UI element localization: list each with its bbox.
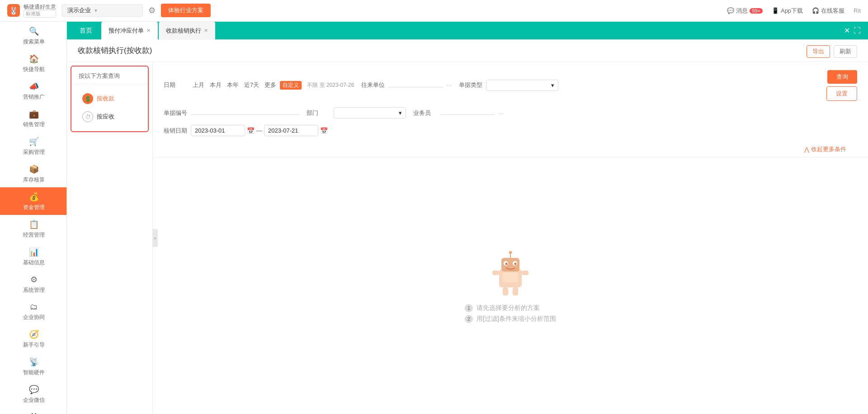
tab-writeoff[interactable]: 收款核销执行 ✕ — [159, 22, 215, 40]
sidebar-item-basic-info[interactable]: 📊 基础信息 — [0, 243, 66, 270]
message-icon: 💬 — [727, 7, 734, 14]
solution-button[interactable]: 体验行业方案 — [161, 4, 211, 17]
dropdown-chevron: ▾ — [551, 82, 554, 89]
writeoff-date-group: 核销日期 2023-03-01 📅 — 2023-07-21 📅 — [164, 125, 328, 136]
top-bar: 🐰 畅捷通好生意 标准版 演示企业 ▼ ⚙ 体验行业方案 💬 消息 99+ 📱 … — [0, 0, 868, 22]
sidebar-item-operations[interactable]: 📋 经营管理 — [0, 215, 66, 243]
this-month-btn[interactable]: 本月 — [208, 81, 223, 89]
collapse-conditions-btn[interactable]: ⋀ 收起更多条件 — [164, 143, 857, 157]
export-button[interactable]: 导出 — [807, 45, 830, 58]
online-service-item[interactable]: 🎧 在线客服 — [812, 7, 844, 15]
collapse-filter-panel-btn[interactable]: » — [152, 229, 158, 247]
filter-option-by-receipt[interactable]: 💲 按收款 — [71, 90, 148, 108]
hint-2-text: 用[过滤]条件来缩小分析范围 — [476, 315, 556, 323]
tab-bar: 首页 预付冲应付单 ✕ 收款核销执行 ✕ ✕ ⛶ — [67, 22, 868, 40]
doc-type-select[interactable]: ▾ — [486, 80, 558, 91]
sidebar-label-wechat: 企业微信 — [23, 396, 45, 404]
basic-info-icon: 📊 — [29, 247, 39, 257]
hint-1-text: 请先选择要分析的方案 — [476, 304, 540, 312]
sidebar-label-operations: 经营管理 — [23, 231, 45, 239]
writeoff-end-calendar-icon[interactable]: 📅 — [320, 127, 328, 134]
refresh-button[interactable]: 刷新 — [834, 45, 857, 58]
page-header: 收款核销执行(按收款) 导出 刷新 — [67, 40, 868, 62]
hint-1-number: 1 — [465, 304, 473, 312]
sidebar-item-marketing[interactable]: 📣 营销推广 — [0, 77, 66, 105]
counterparty-group: 往来单位 ··· — [361, 81, 452, 89]
tab-controls: ✕ ⛶ — [844, 26, 864, 35]
sidebar-item-vip[interactable]: V 畅会员 — [0, 408, 66, 414]
sidebar: 🔍 搜索菜单 🏠 快捷导航 📣 营销推广 💼 销售管理 🛒 采购管理 📦 库存核… — [0, 22, 67, 414]
date-shortcuts: 上月 本月 本年 近7天 更多 自定义 — [191, 81, 302, 90]
settings-icon[interactable]: ⚙ — [148, 5, 156, 15]
filter-options: 💲 按收款 ⏱ 按应收 — [71, 84, 148, 131]
sidebar-item-guide[interactable]: 🧭 新手引导 — [0, 325, 66, 352]
user-item[interactable]: Rit — [854, 7, 861, 14]
collapse-icon: ⋀ — [804, 146, 809, 153]
date-group: 日期 上月 本月 本年 近7天 更多 自定义 不限 至 2023-07-26 — [164, 81, 354, 90]
date-no-limit: 不限 至 2023-07-26 — [307, 81, 354, 89]
query-button[interactable]: 查询 — [827, 70, 857, 84]
department-label: 部门 — [307, 109, 330, 117]
counterparty-ellipsis[interactable]: ··· — [447, 81, 452, 89]
tab-writeoff-close[interactable]: ✕ — [204, 28, 208, 33]
svg-point-7 — [509, 251, 512, 254]
custom-date-btn[interactable]: 自定义 — [280, 81, 302, 90]
writeoff-date-range: 2023-03-01 📅 — 2023-07-21 📅 — [191, 125, 328, 136]
app-download-item[interactable]: 📱 App下载 — [772, 7, 803, 15]
sidebar-label-basic-info: 基础信息 — [23, 259, 45, 266]
filter-option-by-receivable[interactable]: ⏱ 按应收 — [71, 108, 148, 126]
last-month-btn[interactable]: 上月 — [191, 81, 206, 89]
sidebar-item-collab[interactable]: 🗂 企业协同 — [0, 298, 66, 325]
svg-point-5 — [514, 262, 517, 265]
business-person-label: 业务员 — [413, 109, 437, 117]
sidebar-item-system[interactable]: ⚙ 系统管理 — [0, 270, 66, 298]
svg-rect-9 — [522, 271, 528, 275]
sidebar-label-search: 搜索菜单 — [23, 38, 45, 46]
empty-hint-1: 1 请先选择要分析的方案 — [465, 304, 556, 312]
this-year-btn[interactable]: 本年 — [225, 81, 241, 89]
tab-expand-icon[interactable]: ⛶ — [854, 27, 861, 35]
sidebar-item-search[interactable]: 🔍 搜索菜单 — [0, 22, 66, 49]
writeoff-start-calendar-icon[interactable]: 📅 — [247, 127, 255, 134]
counterparty-label: 往来单位 — [361, 81, 385, 89]
vip-icon: V — [32, 412, 37, 414]
settings-button[interactable]: 设置 — [826, 86, 857, 101]
filter-option-receivable-label: 按应收 — [97, 113, 114, 121]
dept-chevron: ▾ — [399, 109, 402, 116]
sidebar-item-hardware[interactable]: 📡 智能硬件 — [0, 352, 66, 380]
message-label: 消息 — [736, 7, 748, 15]
company-name: 演示企业 — [67, 6, 91, 14]
sidebar-item-purchase[interactable]: 🛒 采购管理 — [0, 132, 66, 160]
logo-icon: 🐰 — [7, 4, 20, 17]
sidebar-item-finance[interactable]: 💰 资金管理 — [0, 187, 66, 215]
filter-panel: 按以下方案查询 💲 按收款 ⏱ 按应收 » — [67, 62, 153, 414]
sidebar-item-nav[interactable]: 🏠 快捷导航 — [0, 49, 66, 77]
sidebar-item-wechat[interactable]: 💬 企业微信 — [0, 380, 66, 408]
more-date-btn[interactable]: 更多 — [263, 81, 278, 89]
tab-prepay[interactable]: 预付冲应付单 ✕ — [101, 22, 158, 40]
tab-prepay-close[interactable]: ✕ — [146, 28, 151, 33]
tab-close-all-icon[interactable]: ✕ — [844, 26, 850, 35]
writeoff-date-start[interactable]: 2023-03-01 — [191, 125, 245, 136]
company-selector[interactable]: 演示企业 ▼ — [61, 4, 143, 17]
department-select[interactable]: ▾ — [334, 107, 406, 119]
home-icon: 🏠 — [29, 54, 39, 64]
layout: 🔍 搜索菜单 🏠 快捷导航 📣 营销推广 💼 销售管理 🛒 采购管理 📦 库存核… — [0, 22, 868, 414]
svg-point-4 — [505, 262, 508, 265]
finance-icon: 💰 — [29, 192, 39, 202]
message-item[interactable]: 💬 消息 99+ — [727, 7, 763, 15]
tab-home[interactable]: 首页 — [71, 22, 101, 40]
page-header-actions: 导出 刷新 — [807, 45, 857, 58]
svg-rect-12 — [503, 272, 518, 282]
app-download-label: App下载 — [781, 7, 803, 15]
last-7-days-btn[interactable]: 近7天 — [242, 81, 261, 89]
sidebar-item-sales[interactable]: 💼 销售管理 — [0, 105, 66, 132]
business-person-ellipsis[interactable]: ··· — [498, 109, 504, 117]
sidebar-item-inventory[interactable]: 📦 库存核算 — [0, 160, 66, 187]
sidebar-label-inventory: 库存核算 — [23, 176, 45, 184]
svg-rect-11 — [513, 287, 518, 295]
tab-prepay-label: 预付冲应付单 — [108, 27, 144, 35]
hardware-icon: 📡 — [29, 357, 39, 367]
user-name: Rit — [854, 7, 861, 14]
writeoff-date-end[interactable]: 2023-07-21 — [264, 125, 318, 136]
